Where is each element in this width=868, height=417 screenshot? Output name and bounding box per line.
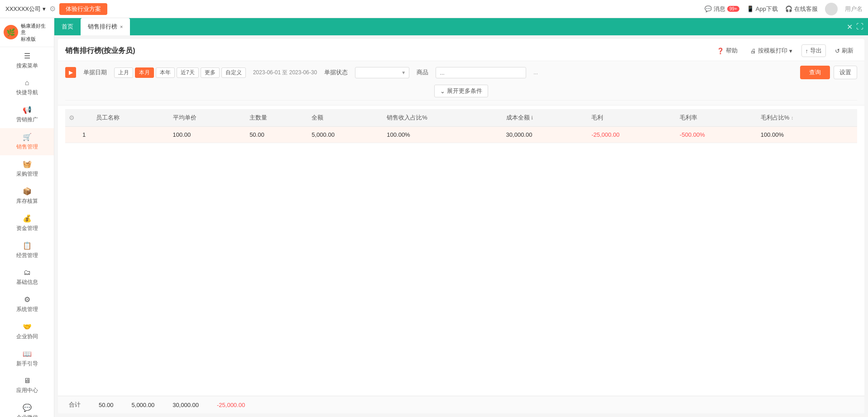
sidebar-item-system[interactable]: ⚙ 系统管理 (0, 291, 54, 318)
inventory-icon: 📦 (23, 187, 32, 196)
date-btn-custom[interactable]: 自定义 (221, 67, 246, 78)
main-layout: 🌿 畅康通好生意 标准版 ☰ 搜索菜单 ⌂ 快捷导航 📢 营销推广 🛒 销售管理… (0, 18, 868, 417)
message-item[interactable]: 💬 消息 99+ (705, 5, 739, 13)
goods-label: 商品 (417, 68, 428, 77)
company-selector[interactable]: XXXXXX公司 ▾ (5, 5, 46, 13)
footer-gross-value: -25,000.00 (217, 402, 245, 408)
sidebar-label-inventory: 库存核算 (16, 197, 38, 205)
refresh-button[interactable]: ↺ 刷新 (831, 45, 857, 57)
close-window-icon[interactable]: ✕ (847, 23, 853, 31)
sidebar-item-inventory[interactable]: 📦 库存核算 (0, 182, 54, 210)
tab-sales-ranking[interactable]: 销售排行榜 × (81, 18, 130, 35)
gross-pct-info-icon[interactable]: ↕ (791, 115, 794, 120)
page-content: 销售排行榜(按业务员) ❓ 帮助 🖨 按模板打印 ▾ ↑ 导出 (58, 39, 864, 413)
sidebar-item-marketing[interactable]: 📢 营销推广 (0, 101, 54, 128)
purchase-icon: 🧺 (23, 160, 32, 168)
message-label: 消息 (714, 5, 725, 13)
expand-more-button[interactable]: ⌄ 展开更多条件 (434, 85, 488, 97)
footer-qty: 50.00 (99, 402, 114, 408)
tab-bar: 首页 销售排行榜 × ✕ ⛶ (54, 18, 868, 35)
wechat-icon: 💬 (23, 403, 32, 412)
sidebar-item-apps[interactable]: 🖥 应用中心 (0, 372, 54, 399)
filter-row-1: ▶ 单据日期 上月 本月 本年 近7天 更多 自定义 2023-06-01 至 … (65, 66, 857, 79)
th-employee-name: 员工名称 (92, 109, 169, 127)
system-icon: ⚙ (24, 295, 30, 304)
tab-home[interactable]: 首页 (54, 18, 81, 35)
th-qty: 主数量 (246, 109, 308, 127)
apps-icon: 🖥 (24, 377, 31, 385)
maximize-icon[interactable]: ⛶ (856, 23, 863, 31)
help-icon: ❓ (717, 48, 724, 54)
query-button[interactable]: 查询 (800, 66, 830, 79)
more-filter-icon[interactable]: ... (533, 69, 538, 76)
sidebar-item-operations[interactable]: 📋 经营管理 (0, 237, 54, 264)
export-button[interactable]: ↑ 导出 (801, 44, 826, 57)
help-button[interactable]: ❓ 帮助 (713, 45, 741, 57)
headset-icon: 🎧 (785, 5, 792, 12)
sidebar-item-wechat[interactable]: 💬 企业微信 (0, 399, 54, 417)
gear-icon[interactable]: ⚙ (49, 5, 56, 13)
sidebar-label-basics: 基础信息 (16, 278, 38, 286)
expand-arrow-button[interactable]: ▶ (65, 67, 76, 78)
operations-icon: 📋 (23, 241, 32, 250)
username: 用户名 (845, 5, 863, 13)
online-service-label: 在线客服 (794, 5, 818, 13)
td-amount: 5,000.00 (308, 127, 383, 143)
status-select[interactable] (355, 67, 409, 78)
page-title: 销售排行榜(按业务员) (65, 46, 135, 56)
column-settings-icon[interactable]: ⚙ (69, 114, 75, 121)
expand-row: ⌄ 展开更多条件 (65, 79, 857, 101)
home-tab-label: 首页 (62, 23, 73, 31)
print-button[interactable]: 🖨 按模板打印 ▾ (747, 45, 796, 57)
th-sales-pct: 销售收入占比% (383, 109, 502, 127)
sidebar-item-basics[interactable]: 🗂 基础信息 (0, 264, 54, 291)
refresh-label: 刷新 (842, 47, 854, 55)
print-icon: 🖨 (750, 48, 756, 54)
trial-button[interactable]: 体验行业方案 (59, 3, 107, 15)
sidebar-item-sales[interactable]: 🛒 销售管理 (0, 128, 54, 155)
search-menu-icon: ☰ (24, 52, 30, 60)
avatar[interactable] (825, 3, 838, 15)
online-service-item[interactable]: 🎧 在线客服 (785, 5, 818, 13)
cost-info-icon[interactable]: ℹ (531, 115, 533, 120)
date-btn-7days[interactable]: 近7天 (177, 67, 199, 78)
th-avg-price: 平均单价 (169, 109, 246, 127)
td-gross-rate: -500.00% (676, 127, 757, 143)
app-icon: 📱 (747, 5, 754, 12)
goods-input[interactable] (436, 67, 526, 78)
footer-amount: 5,000.00 (132, 402, 155, 408)
sidebar-label-purchase: 采购管理 (16, 170, 38, 178)
sidebar-item-guide[interactable]: 📖 新手引导 (0, 345, 54, 372)
td-sales-pct: 100.00% (383, 127, 502, 143)
sidebar-label-enterprise: 企业协同 (16, 333, 38, 340)
print-label: 按模板打印 (758, 47, 787, 55)
sidebar-item-shortcuts[interactable]: ⌂ 快捷导航 (0, 74, 54, 101)
sidebar-item-purchase[interactable]: 🧺 采购管理 (0, 155, 54, 182)
date-buttons: 上月 本月 本年 近7天 更多 自定义 (114, 67, 246, 78)
date-label: 单据日期 (83, 68, 107, 77)
settings-button[interactable]: 设置 (834, 66, 857, 79)
sidebar-item-search[interactable]: ☰ 搜索菜单 (0, 47, 54, 74)
sidebar-label-wechat: 企业微信 (16, 414, 38, 417)
company-name: XXXXXX公司 (5, 5, 41, 13)
logo-icon: 🌿 (4, 25, 18, 39)
date-btn-current-month[interactable]: 本月 (135, 67, 154, 78)
td-qty: 50.00 (246, 127, 308, 143)
th-settings: ⚙ (65, 109, 79, 127)
date-btn-current-year[interactable]: 本年 (156, 67, 175, 78)
date-btn-more[interactable]: 更多 (201, 67, 220, 78)
finance-icon: 💰 (23, 214, 32, 223)
logo-line2: 标准版 (21, 36, 50, 42)
app-download-item[interactable]: 📱 App下载 (747, 5, 778, 13)
sidebar-item-finance[interactable]: 💰 资金管理 (0, 210, 54, 237)
th-gross: 毛利 (588, 109, 676, 127)
status-label: 单据状态 (324, 68, 348, 77)
logo-text: 畅康通好生意 标准版 (21, 23, 50, 42)
sidebar-item-enterprise[interactable]: 🤝 企业协同 (0, 318, 54, 345)
top-right-area: 💬 消息 99+ 📱 App下载 🎧 在线客服 用户名 (705, 3, 863, 15)
export-icon: ↑ (806, 48, 809, 54)
guide-icon: 📖 (23, 350, 32, 358)
tab-close-icon[interactable]: × (120, 24, 123, 29)
date-btn-prev-month[interactable]: 上月 (114, 67, 133, 78)
table-row: 1 100.00 50.00 5,000.00 100.00% 30,000.0… (65, 127, 857, 143)
